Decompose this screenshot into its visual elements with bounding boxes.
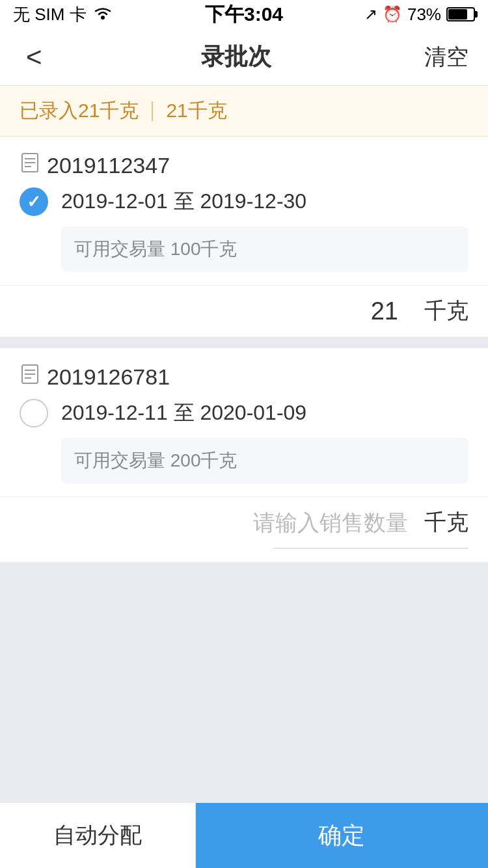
batch-item-2: 2019126781 2019-12-11 至 2020-01-09 可用交易量… [0, 348, 488, 483]
batch-availability-1: 可用交易量 100千克 [61, 226, 468, 272]
battery-icon [446, 7, 475, 21]
batch-card-1: 2019112347 2019-12-01 至 2019-12-30 可用交易量… [0, 137, 488, 336]
page-title: 录批次 [201, 41, 271, 73]
quantity-row-1: 21 千克 [0, 285, 488, 336]
total-amount: 21千克 [166, 98, 226, 124]
quantity-input-row-2: 千克 [0, 496, 488, 548]
bottom-bar: 自动分配 确定 [0, 803, 488, 868]
quantity-value-1: 21 [371, 297, 398, 325]
quantity-unit-1: 千克 [424, 296, 468, 326]
status-right: ↗ ⏰ 73% [364, 5, 475, 25]
confirm-button[interactable]: 确定 [196, 803, 488, 868]
batch-header-1: 2019112347 [20, 152, 468, 178]
radio-1[interactable] [20, 187, 48, 216]
batch-header-2: 2019126781 [20, 364, 468, 390]
batch-date-2: 2019-12-11 至 2020-01-09 [61, 399, 306, 427]
empty-space [0, 563, 488, 836]
batch-date-1: 2019-12-01 至 2019-12-30 [61, 187, 306, 216]
svg-point-0 [101, 16, 105, 20]
batch-item-1: 2019112347 2019-12-01 至 2019-12-30 可用交易量… [0, 137, 488, 272]
status-left: 无 SIM 卡 [13, 3, 113, 26]
batch-row-2: 2019-12-11 至 2020-01-09 [20, 399, 468, 427]
battery-percent: 73% [407, 5, 441, 25]
recorded-amount: 已录入21千克 [20, 98, 139, 124]
info-banner: 已录入21千克 21千克 [0, 86, 488, 137]
batch-availability-2: 可用交易量 200千克 [61, 438, 468, 483]
batch-number-1: 2019112347 [47, 153, 170, 178]
batch-row-1: 2019-12-01 至 2019-12-30 [20, 187, 468, 216]
nav-bar: < 录批次 清空 [0, 29, 488, 86]
wifi-icon [93, 5, 113, 25]
batch-number-2: 2019126781 [47, 364, 170, 390]
banner-divider [152, 102, 153, 121]
radio-2[interactable] [20, 399, 48, 427]
batch-doc-icon-1 [20, 152, 40, 178]
section-divider [0, 338, 488, 348]
sim-label: 无 SIM 卡 [13, 3, 87, 26]
quantity-input-2[interactable] [223, 510, 418, 536]
clear-button[interactable]: 清空 [424, 42, 468, 72]
auto-distribute-button[interactable]: 自动分配 [0, 803, 196, 868]
status-time: 下午3:04 [205, 1, 283, 28]
back-button[interactable]: < [20, 35, 49, 79]
batch-card-2: 2019126781 2019-12-11 至 2020-01-09 可用交易量… [0, 348, 488, 562]
alarm-icon: ⏰ [383, 5, 402, 23]
location-arrow-icon: ↗ [364, 5, 377, 23]
quantity-unit-2: 千克 [424, 508, 468, 537]
batch-doc-icon-2 [20, 364, 40, 390]
status-bar: 无 SIM 卡 下午3:04 ↗ ⏰ 73% [0, 0, 488, 29]
